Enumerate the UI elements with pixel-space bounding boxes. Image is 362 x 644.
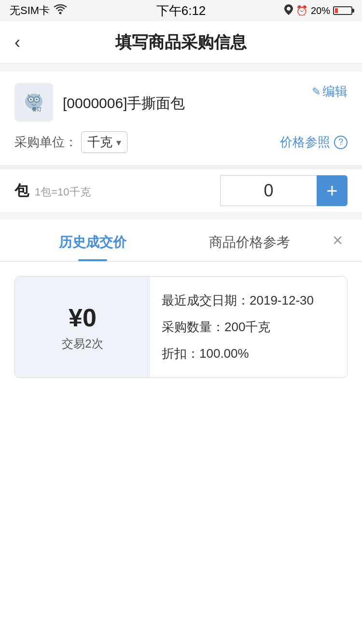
history-price-panel: ¥0 交易2次 [15, 277, 150, 378]
svg-text:餐订: 餐订 [32, 107, 42, 112]
help-icon: ? [334, 136, 348, 149]
chevron-down-icon: ▾ [116, 137, 121, 148]
wifi-icon [54, 4, 67, 17]
status-right: ⏰ 20% [284, 4, 352, 17]
back-button[interactable]: ‹ [14, 28, 25, 57]
price-ref-button[interactable]: 价格参照 ? [280, 134, 348, 151]
history-qty-row: 采购数量：200千克 [162, 318, 335, 336]
history-date-value: 2019-12-30 [250, 293, 314, 308]
empty-space [0, 392, 362, 644]
tab-product-price-ref[interactable]: 商品价格参考 [171, 220, 327, 261]
tab-history-label: 历史成交价 [59, 235, 126, 250]
battery-percent: 20% [311, 5, 330, 16]
svg-point-0 [59, 12, 62, 14]
product-thumbnail: 餐订 [14, 83, 53, 122]
quantity-plus-button[interactable]: + [317, 175, 348, 206]
nav-bar: ‹ 填写商品采购信息 [0, 21, 362, 64]
product-image-icon: 餐订 [22, 89, 45, 116]
battery-fill [335, 8, 338, 13]
history-qty-value: 200千克 [224, 320, 270, 334]
quantity-input[interactable] [220, 175, 317, 206]
edit-icon: ✎ [312, 85, 320, 98]
tabs-header: 历史成交价 商品价格参考 × [0, 220, 362, 262]
edit-link[interactable]: ✎ 编辑 [312, 83, 348, 100]
unit-label: 采购单位： [14, 134, 77, 151]
history-date-label: 最近成交日期： [162, 293, 250, 308]
history-card: ¥0 交易2次 最近成交日期：2019-12-30 采购数量：200千克 折扣：… [14, 276, 348, 378]
carrier-text: 无SIM卡 [10, 3, 50, 18]
tab-product-label: 商品价格参考 [209, 235, 290, 250]
unit-selector-group: 采购单位： 千克 ▾ [14, 131, 127, 153]
history-date-row: 最近成交日期：2019-12-30 [162, 291, 335, 310]
history-price-value: ¥0 [69, 303, 97, 332]
history-discount-row: 折扣：100.00% [162, 344, 335, 363]
history-trades-count: 交易2次 [62, 336, 103, 351]
unit-select[interactable]: 千克 ▾ [81, 131, 127, 153]
history-content: ¥0 交易2次 最近成交日期：2019-12-30 采购数量：200千克 折扣：… [0, 262, 362, 392]
tab-history-price[interactable]: 历史成交价 [14, 220, 171, 261]
page-title: 填写商品采购信息 [115, 31, 247, 54]
product-left: 餐订 [0000006]手撕面包 [14, 83, 185, 122]
location-icon [284, 4, 293, 17]
tabs-section: 历史成交价 商品价格参考 × ¥0 交易2次 最近成交日期：2019-12-30… [0, 220, 362, 392]
unit-value: 千克 [87, 134, 112, 151]
alarm-icon: ⏰ [296, 5, 308, 16]
product-header: 餐订 [0000006]手撕面包 ✎ 编辑 [14, 83, 348, 122]
history-discount-value: 100.00% [199, 346, 249, 361]
qty-unit-sub: 1包=10千克 [35, 185, 91, 199]
price-ref-label: 价格参照 [280, 134, 330, 151]
status-left: 无SIM卡 [10, 3, 67, 18]
quantity-controls: + [220, 175, 348, 206]
status-bar: 无SIM卡 下午6:12 ⏰ 20% [0, 0, 362, 21]
qty-unit-main: 包 [14, 181, 29, 201]
quantity-section: 包 1包=10千克 + [0, 166, 362, 212]
status-time: 下午6:12 [156, 2, 206, 19]
edit-label: 编辑 [322, 83, 348, 100]
battery-icon [333, 6, 352, 15]
product-card: 餐订 [0000006]手撕面包 ✎ 编辑 采购单位： 千克 ▾ 价格参照 ? [0, 71, 362, 165]
history-discount-label: 折扣： [162, 346, 199, 361]
product-unit-row: 采购单位： 千克 ▾ 价格参照 ? [14, 131, 348, 153]
tabs-close-button[interactable]: × [328, 227, 348, 254]
product-name: [0000006]手撕面包 [63, 92, 185, 113]
svg-point-6 [30, 98, 32, 100]
quantity-row: 包 1包=10千克 + [14, 169, 348, 212]
quantity-label-block: 包 1包=10千克 [14, 181, 91, 201]
svg-point-7 [36, 98, 38, 100]
history-detail-panel: 最近成交日期：2019-12-30 采购数量：200千克 折扣：100.00% [150, 277, 347, 378]
history-qty-label: 采购数量： [162, 320, 224, 334]
